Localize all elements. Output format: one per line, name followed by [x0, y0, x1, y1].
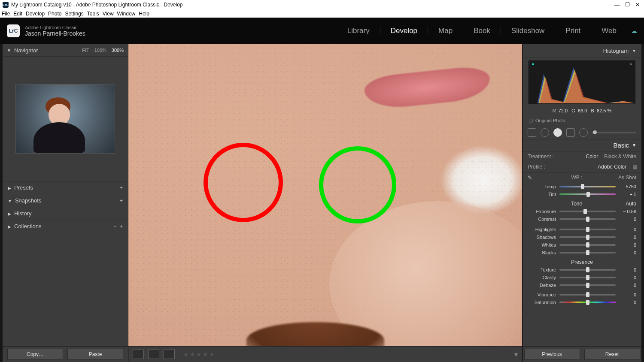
loupe-view-button[interactable] — [133, 350, 144, 359]
window-maximize-button[interactable]: ❐ — [623, 2, 631, 8]
treatment-row: Treatment : Color Black & White — [522, 151, 641, 162]
mask-tool[interactable] — [553, 128, 562, 137]
temp-slider[interactable]: Temp 5750 — [522, 183, 641, 190]
center-toolbar: ★★★★★ ▾ — [128, 346, 522, 362]
tint-slider[interactable]: Tint + 1 — [522, 190, 641, 198]
menu-view[interactable]: View — [103, 11, 114, 17]
section-collections-label: Collections — [14, 223, 42, 229]
reset-button[interactable]: Reset — [584, 349, 640, 360]
treatment-bw[interactable]: Black & White — [604, 154, 636, 160]
vibrance-slider[interactable]: Vibrance0 — [522, 291, 641, 299]
highlights-slider[interactable]: Highlights0 — [522, 226, 641, 233]
original-photo-toggle[interactable]: ▢Original Photo — [522, 115, 641, 126]
section-snapshots[interactable]: ▼Snapshots + — [3, 194, 128, 207]
paste-settings-button[interactable]: Paste — [67, 349, 123, 360]
tone-section: Tone Auto — [522, 198, 641, 208]
module-map[interactable]: Map — [436, 24, 455, 38]
cloud-sync-icon[interactable]: ☁ — [631, 27, 637, 34]
eyedropper-icon[interactable]: ✎ — [528, 175, 535, 181]
previous-button[interactable]: Previous — [524, 349, 580, 360]
menu-file[interactable]: File — [2, 11, 10, 17]
image-canvas[interactable] — [128, 44, 522, 346]
saturation-slider[interactable]: Saturation0 — [522, 299, 641, 306]
contrast-slider[interactable]: Contrast0 — [522, 215, 641, 223]
add-snapshot-icon[interactable]: + — [120, 198, 123, 204]
checkbox-icon: ▢ — [529, 118, 533, 123]
before-after-tb-button[interactable] — [164, 350, 175, 359]
whites-slider[interactable]: Whites0 — [522, 241, 641, 249]
crop-tool[interactable] — [528, 128, 536, 137]
module-develop[interactable]: Develop — [388, 24, 420, 38]
annotation-green-circle — [319, 146, 396, 223]
presence-label: Presence — [571, 259, 593, 265]
menu-help[interactable]: Help — [139, 11, 149, 17]
menu-photo[interactable]: Photo — [48, 11, 61, 17]
center-panel: ★★★★★ ▾ — [128, 44, 522, 362]
section-collections[interactable]: ▶Collections −+ — [3, 220, 128, 232]
section-history[interactable]: ▶History — [3, 207, 128, 220]
section-history-label: History — [14, 210, 31, 217]
app-icon: LrC — [3, 2, 9, 8]
copy-settings-button[interactable]: Copy… — [7, 349, 63, 360]
navigator-header[interactable]: ▼Navigator FIT 100% 300% — [3, 44, 128, 57]
clarity-slider[interactable]: Clarity0 — [522, 274, 641, 281]
module-library[interactable]: Library — [345, 24, 372, 38]
exposure-slider[interactable]: Exposure− 0.58 — [522, 208, 641, 215]
chevron-right-icon: ▶ — [8, 211, 11, 216]
tool-amount-slider[interactable] — [592, 132, 636, 133]
before-after-lr-button[interactable] — [148, 350, 159, 359]
blacks-slider[interactable]: Blacks0 — [522, 249, 641, 256]
chevron-down-icon: ▼ — [632, 48, 636, 53]
menu-tools[interactable]: Tools — [87, 11, 99, 17]
zoom-fit[interactable]: FIT — [82, 48, 89, 53]
right-edge-toggle[interactable] — [641, 44, 644, 362]
treatment-label: Treatment : — [528, 154, 554, 160]
module-slideshow[interactable]: Slideshow — [509, 24, 547, 38]
toolbar-chevron-icon[interactable]: ▾ — [514, 350, 518, 359]
navigator-thumbnail — [16, 84, 115, 153]
texture-slider[interactable]: Texture0 — [522, 266, 641, 274]
spot-tool[interactable] — [541, 128, 549, 137]
window-title: My Lightroom Catalog-v10 - Adobe Photosh… — [11, 2, 183, 8]
navigator-preview[interactable] — [3, 57, 128, 181]
section-snapshots-label: Snapshots — [15, 197, 41, 204]
brand-user: Jason Parnell-Brookes — [25, 30, 85, 37]
original-photo-label: Original Photo — [535, 118, 565, 123]
wb-select[interactable]: As Shot — [618, 175, 636, 181]
remove-collection-icon[interactable]: − — [113, 223, 116, 229]
histogram-header[interactable]: Histogram▼ — [522, 44, 641, 57]
basic-panel-header[interactable]: Basic▼ — [522, 139, 641, 151]
dehaze-slider[interactable]: Dehaze0 — [522, 281, 641, 289]
auto-tone-button[interactable]: Auto — [626, 201, 636, 207]
chevron-right-icon: ▶ — [8, 186, 11, 190]
window-minimize-button[interactable]: — — [613, 2, 621, 8]
chevron-down-icon: ▼ — [632, 143, 636, 148]
menu-edit[interactable]: Edit — [13, 11, 22, 17]
menu-bar: File Edit Develop Photo Settings Tools V… — [0, 9, 644, 18]
tool-strip — [522, 126, 641, 139]
module-book[interactable]: Book — [471, 24, 493, 38]
shadows-slider[interactable]: Shadows0 — [522, 233, 641, 241]
radial-tool[interactable] — [579, 128, 588, 137]
presence-section: Presence — [522, 256, 641, 266]
section-presets-label: Presets — [14, 184, 33, 191]
menu-window[interactable]: Window — [117, 11, 136, 17]
histogram[interactable]: ▲ ▲ — [529, 60, 635, 104]
zoom-300[interactable]: 300% — [112, 48, 124, 53]
profile-browser-icon[interactable]: ▦ — [632, 164, 636, 170]
add-preset-icon[interactable]: + — [120, 185, 123, 191]
redeye-tool[interactable] — [566, 128, 575, 137]
section-presets[interactable]: ▶Presets + — [3, 181, 128, 194]
window-close-button[interactable]: ✕ — [634, 2, 641, 8]
profile-select[interactable]: Adobe Color — [598, 164, 626, 170]
annotation-red-circle — [204, 143, 283, 222]
menu-develop[interactable]: Develop — [26, 11, 45, 17]
treatment-color[interactable]: Color — [586, 154, 598, 160]
add-collection-icon[interactable]: + — [120, 223, 123, 229]
menu-settings[interactable]: Settings — [65, 11, 83, 17]
rating-stars[interactable]: ★★★★★ — [183, 351, 216, 358]
zoom-100[interactable]: 100% — [94, 48, 106, 53]
module-print[interactable]: Print — [563, 24, 583, 38]
histogram-label: Histogram — [603, 48, 629, 54]
module-web[interactable]: Web — [599, 24, 619, 38]
